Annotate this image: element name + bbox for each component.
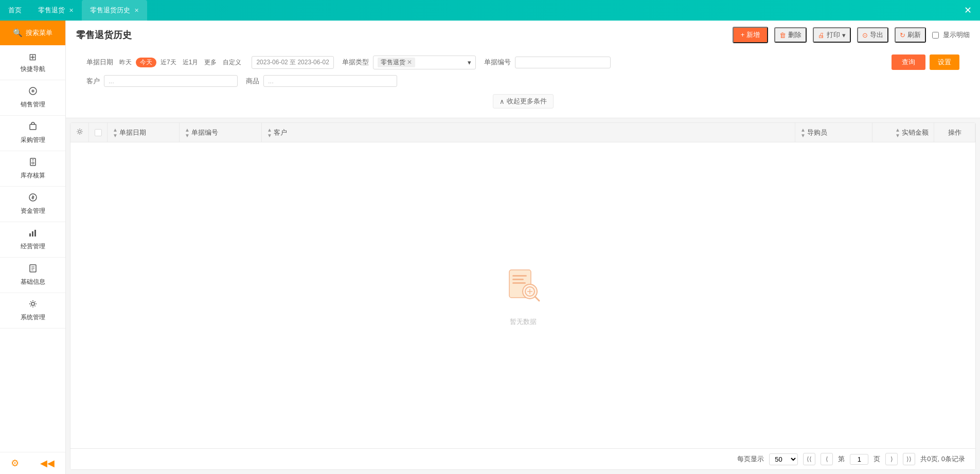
operations-mgmt-icon: [28, 228, 38, 240]
th-customer-label: 客户: [274, 128, 287, 137]
customer-input[interactable]: ...: [104, 75, 238, 87]
date-range-input[interactable]: 2023-06-02 至 2023-06-02: [252, 56, 334, 69]
window-close-btn[interactable]: ✕: [964, 5, 980, 16]
doc-type-tag: 零售退货 ✕: [378, 58, 415, 67]
table-header: ▲▼ 单据日期 ▲▼ 单据编号 ▲▼ 客户 ▲▼ 导购员 ▲▼ 实销金额: [70, 123, 975, 142]
volume-bottom-icon[interactable]: ◀◀: [40, 458, 55, 469]
doc-type-filter: 单据类型 零售退货 ✕ ▾: [342, 56, 476, 69]
customer-placeholder: ...: [109, 77, 114, 85]
th-docno-sort-icon: ▲▼: [185, 127, 190, 138]
th-settings[interactable]: [70, 123, 89, 142]
sidebar-item-system-mgmt[interactable]: 系统管理: [0, 293, 65, 329]
refresh-btn[interactable]: ↻ 刷新: [895, 27, 926, 43]
th-date[interactable]: ▲▼ 单据日期: [108, 123, 180, 142]
th-docno[interactable]: ▲▼ 单据编号: [180, 123, 262, 142]
date-btn-1month[interactable]: 近1月: [181, 58, 201, 67]
settings-btn[interactable]: 设置: [930, 54, 959, 70]
sidebar-item-sales-mgmt[interactable]: 销售管理: [0, 80, 65, 116]
content-area: 零售退货历史 + 新增 🗑 删除 🖨 打印 ▾ ⊙ 导出: [66, 21, 980, 474]
date-btn-today[interactable]: 今天: [136, 58, 156, 67]
page-input[interactable]: [850, 454, 868, 465]
date-label: 单据日期: [86, 58, 113, 67]
goods-input[interactable]: ...: [263, 75, 397, 87]
th-guide-label: 导购员: [807, 128, 827, 137]
export-btn[interactable]: ⊙ 导出: [857, 27, 888, 43]
tab-retail-return-close[interactable]: ✕: [69, 7, 74, 14]
date-btn-7days[interactable]: 近7天: [158, 58, 179, 67]
next-page-btn[interactable]: ⟩: [885, 453, 898, 465]
tab-home[interactable]: 首页: [0, 0, 30, 21]
date-range-value: 2023-06-02 至 2023-06-02: [256, 58, 329, 67]
refresh-icon: ↻: [900, 31, 905, 39]
svg-point-9: [31, 302, 34, 305]
pagination-bar: 每页显示 50 20 100 ⟨⟨ ⟨ 第 页 ⟩ ⟩⟩ 共0页, 0条记录: [70, 448, 975, 469]
collapse-row: ∧ 收起更多条件: [86, 92, 959, 113]
tab-retail-return-label: 零售退货: [38, 6, 65, 15]
date-btn-more[interactable]: 更多: [202, 58, 219, 67]
date-btn-yesterday[interactable]: 昨天: [117, 58, 134, 67]
date-btn-custom[interactable]: 自定义: [221, 58, 243, 67]
sidebar-item-purchase-mgmt[interactable]: 采购管理: [0, 116, 65, 151]
sidebar-item-purchase-label: 采购管理: [21, 136, 45, 144]
filter-row-2: 客户 ... 商品 ...: [86, 75, 959, 87]
new-btn[interactable]: + 新增: [733, 27, 768, 43]
doc-type-select[interactable]: 零售退货 ✕ ▾: [373, 56, 476, 69]
empty-illustration: [500, 265, 546, 311]
last-page-btn[interactable]: ⟩⟩: [903, 453, 915, 465]
sidebar-item-basic-info[interactable]: 基础信息: [0, 258, 65, 293]
collapse-btn[interactable]: ∧ 收起更多条件: [493, 94, 554, 108]
show-detail-label-text: 显示明细: [943, 30, 970, 40]
settings-col-icon: [76, 128, 83, 137]
tab-retail-return-history[interactable]: 零售退货历史 ✕: [82, 0, 147, 21]
sidebar-item-basic-label: 基础信息: [21, 278, 45, 286]
per-page-label: 每页显示: [737, 454, 764, 464]
settings-bottom-icon[interactable]: ⚙: [11, 458, 19, 469]
basic-info-icon: [28, 264, 38, 276]
print-btn[interactable]: 🖨 打印 ▾: [813, 27, 851, 43]
th-customer[interactable]: ▲▼ 客户: [262, 123, 795, 142]
sidebar-item-inventory[interactable]: 库存核算: [0, 151, 65, 187]
th-date-label: 单据日期: [119, 128, 146, 137]
empty-text: 暂无数据: [510, 317, 537, 326]
filter-area: 单据日期 昨天 今天 近7天 近1月 更多 自定义 2023-06-02 至 2…: [76, 49, 970, 118]
page-label: 第: [838, 454, 845, 464]
page-header: 零售退货历史 + 新增 🗑 删除 🖨 打印 ▾ ⊙ 导出: [66, 21, 980, 118]
sidebar-search[interactable]: 🔍 搜索菜单: [0, 21, 65, 45]
sidebar-item-finance-label: 资金管理: [21, 207, 45, 215]
goods-filter: 商品 ...: [246, 75, 397, 87]
tab-retail-return[interactable]: 零售退货 ✕: [30, 0, 82, 21]
th-guide[interactable]: ▲▼ 导购员: [795, 123, 872, 142]
th-date-sort-icon: ▲▼: [113, 127, 118, 138]
collapse-label: 收起更多条件: [507, 97, 547, 106]
sidebar-item-finance-mgmt[interactable]: 资金管理: [0, 187, 65, 222]
tab-retail-return-history-close[interactable]: ✕: [134, 7, 139, 14]
sidebar-item-operations-mgmt[interactable]: 经营管理: [0, 222, 65, 258]
show-detail-toggle[interactable]: 显示明细: [932, 30, 970, 40]
tab-retail-return-history-label: 零售退货历史: [90, 6, 130, 15]
print-dropdown-icon: ▾: [842, 31, 846, 39]
th-docno-label: 单据编号: [191, 128, 218, 137]
doc-no-filter: 单据编号: [484, 57, 611, 68]
svg-point-10: [78, 131, 81, 133]
show-detail-checkbox[interactable]: [932, 32, 939, 39]
print-icon: 🖨: [818, 31, 825, 39]
export-icon: ⊙: [862, 31, 868, 39]
delete-btn[interactable]: 🗑 删除: [774, 27, 807, 43]
customer-filter: 客户 ...: [86, 75, 238, 87]
th-customer-sort-icon: ▲▼: [267, 127, 272, 138]
select-all-checkbox[interactable]: [95, 129, 102, 136]
per-page-select[interactable]: 50 20 100: [769, 453, 798, 465]
prev-page-btn[interactable]: ⟨: [821, 453, 833, 465]
th-ops: 操作: [934, 123, 975, 142]
th-amount-label: 实销金额: [902, 128, 929, 137]
doc-type-tag-close[interactable]: ✕: [407, 59, 412, 66]
doc-no-input[interactable]: [515, 57, 611, 68]
query-btn[interactable]: 查询: [892, 54, 925, 70]
first-page-btn[interactable]: ⟨⟨: [803, 453, 815, 465]
goods-placeholder: ...: [268, 77, 274, 85]
th-amount[interactable]: ▲▼ 实销金额: [872, 123, 934, 142]
filter-row-1: 单据日期 昨天 今天 近7天 近1月 更多 自定义 2023-06-02 至 2…: [86, 54, 959, 70]
th-checkbox[interactable]: [89, 123, 108, 142]
purchase-mgmt-icon: [28, 122, 38, 134]
sidebar-item-quick-nav[interactable]: ⊞ 快捷导航: [0, 45, 65, 80]
